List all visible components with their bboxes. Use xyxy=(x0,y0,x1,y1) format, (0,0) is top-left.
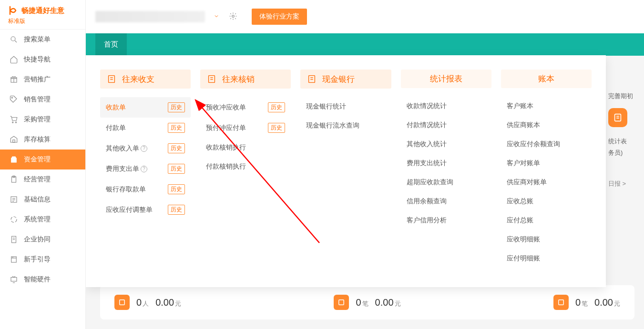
svg-rect-37 xyxy=(559,300,564,305)
menu-label: 现金银行流水查询 xyxy=(306,121,359,130)
svg-rect-7 xyxy=(13,140,15,142)
history-tag[interactable]: 历史 xyxy=(168,184,185,194)
stat-icon xyxy=(553,295,569,310)
tv-icon xyxy=(10,275,18,284)
chevron-down-icon[interactable] xyxy=(214,13,219,20)
nav-label: 搜索菜单 xyxy=(24,35,51,44)
stat-amount: 0.00元 xyxy=(594,297,620,308)
menu-item-0-5[interactable]: 应收应付调整单历史 xyxy=(106,199,185,220)
svg-rect-19 xyxy=(11,257,17,262)
nav-item-0[interactable]: 搜索菜单 xyxy=(0,30,85,50)
menu-label: 供应商账本 xyxy=(507,121,540,130)
menu-item-3-3[interactable]: 费用支出统计 xyxy=(407,154,486,173)
menu-item-4-2[interactable]: 应收应付余额查询 xyxy=(507,135,586,154)
menu-item-3-2[interactable]: 其他收入统计 xyxy=(407,135,486,154)
menu-item-3-6[interactable]: 客户信用分析 xyxy=(407,211,486,230)
menu-item-0-2[interactable]: 其他收入单?历史 xyxy=(106,138,185,159)
nav-label: 资金管理 xyxy=(24,155,51,164)
stat-group-0: 0人0.00元 xyxy=(114,295,181,310)
nav-item-10[interactable]: 企业协同 xyxy=(0,229,85,249)
nav-item-6[interactable]: 资金管理 xyxy=(0,150,85,169)
menu-item-4-4[interactable]: 供应商对账单 xyxy=(507,173,586,192)
menu-item-0-1[interactable]: 付款单历史 xyxy=(106,118,185,138)
menu-item-3-0[interactable]: 收款情况统计 xyxy=(407,97,486,116)
menu-item-0-3[interactable]: 费用支出单?历史 xyxy=(106,159,185,179)
help-floating-icon[interactable] xyxy=(608,108,627,127)
nav-item-4[interactable]: 采购管理 xyxy=(0,110,85,130)
tab-home[interactable]: 首页 xyxy=(95,33,127,56)
daily-report-link[interactable]: 日报 > xyxy=(608,178,644,190)
nav-item-11[interactable]: 新手引导 xyxy=(0,249,85,269)
history-tag[interactable]: 历史 xyxy=(168,102,185,112)
nav-item-9[interactable]: 系统管理 xyxy=(0,209,85,229)
col-header: 往来核销 xyxy=(200,70,291,89)
menu-item-0-4[interactable]: 银行存取款单历史 xyxy=(106,179,185,199)
menu-item-0-0[interactable]: 收款单历史 xyxy=(100,97,191,118)
right-panel-peek: 完善期初 统计表 务员) 日报 > xyxy=(608,90,644,190)
submenu-col-3: 统计报表收款情况统计付款情况统计其他收入统计费用支出统计超期应收款查询信用余额查… xyxy=(401,70,491,268)
col-header: 往来收支 xyxy=(100,70,191,89)
industry-plan-button[interactable]: 体验行业方案 xyxy=(252,9,307,25)
right-text-2b: 务员) xyxy=(608,147,644,159)
header: 体验行业方案 xyxy=(86,0,644,33)
menu-label: 银行存取款单 xyxy=(106,185,146,194)
menu-label: 预付冲应付单 xyxy=(206,124,246,132)
clipboard-icon xyxy=(10,175,18,184)
nav-item-7[interactable]: 经营管理 xyxy=(0,169,85,189)
submenu-col-0: 往来收支收款单历史付款单历史其他收入单?历史费用支出单?历史银行存取款单历史应收… xyxy=(100,70,191,268)
nav-label: 智能硬件 xyxy=(24,275,51,284)
menu-item-4-7[interactable]: 应收明细账 xyxy=(507,230,586,249)
home-icon xyxy=(10,55,18,64)
menu-item-1-3[interactable]: 付款核销执行 xyxy=(206,157,285,176)
menu-item-2-1[interactable]: 现金银行流水查询 xyxy=(306,116,385,135)
help-icon[interactable]: ? xyxy=(141,166,147,172)
history-tag[interactable]: 历史 xyxy=(268,102,285,112)
nav-item-2[interactable]: 营销推广 xyxy=(0,70,85,90)
nav-item-5[interactable]: 库存核算 xyxy=(0,130,85,150)
nav-item-3[interactable]: 销售管理 xyxy=(0,90,85,110)
menu-item-2-0[interactable]: 现金银行统计 xyxy=(306,97,385,116)
history-tag[interactable]: 历史 xyxy=(168,205,185,215)
svg-point-0 xyxy=(11,37,15,41)
history-tag[interactable]: 历史 xyxy=(268,123,285,133)
nav-label: 系统管理 xyxy=(24,215,51,224)
history-tag[interactable]: 历史 xyxy=(168,143,185,153)
nav-item-12[interactable]: 智能硬件 xyxy=(0,269,85,289)
menu-item-3-4[interactable]: 超期应收款查询 xyxy=(407,173,486,192)
menu-label: 付款核销执行 xyxy=(206,162,246,171)
nav-label: 快捷导航 xyxy=(24,55,51,64)
menu-item-4-0[interactable]: 客户账本 xyxy=(507,97,586,116)
help-icon[interactable]: ? xyxy=(141,145,147,152)
nav-item-1[interactable]: 快捷导航 xyxy=(0,50,85,70)
menu-item-1-2[interactable]: 收款核销执行 xyxy=(206,138,285,157)
nav-label: 企业协同 xyxy=(24,235,51,244)
warehouse-icon xyxy=(10,135,18,144)
menu-label: 客户信用分析 xyxy=(407,216,447,225)
menu-label: 收款核销执行 xyxy=(206,143,246,152)
menu-item-3-5[interactable]: 信用余额查询 xyxy=(407,192,486,211)
svg-point-6 xyxy=(15,122,16,123)
menu-item-1-1[interactable]: 预付冲应付单历史 xyxy=(206,118,285,138)
history-tag[interactable]: 历史 xyxy=(168,123,185,133)
menu-label: 超期应收款查询 xyxy=(407,178,453,187)
svg-point-21 xyxy=(12,257,13,258)
menu-item-4-6[interactable]: 应付总账 xyxy=(507,211,586,230)
menu-item-3-1[interactable]: 付款情况统计 xyxy=(407,116,486,135)
nav-label: 营销推广 xyxy=(24,75,51,84)
menu-item-4-3[interactable]: 客户对账单 xyxy=(507,154,586,173)
menu-item-1-0[interactable]: 预收冲应收单历史 xyxy=(206,97,285,118)
gear-icon[interactable] xyxy=(229,12,237,22)
history-tag[interactable]: 历史 xyxy=(168,164,185,174)
stat-count: 0人 xyxy=(136,297,149,308)
menu-item-4-1[interactable]: 供应商账本 xyxy=(507,116,586,135)
stat-group-2: 0笔0.00元 xyxy=(553,295,620,310)
svg-rect-22 xyxy=(11,278,17,281)
stat-amount: 0.00元 xyxy=(375,297,401,308)
menu-item-4-5[interactable]: 应收总账 xyxy=(507,192,586,211)
tabbar: 首页 xyxy=(86,33,644,56)
menu-label: 收款情况统计 xyxy=(407,102,447,110)
nav-label: 库存核算 xyxy=(24,135,51,144)
svg-rect-29 xyxy=(209,76,215,83)
nav-item-8[interactable]: 基础信息 xyxy=(0,189,85,209)
menu-item-4-8[interactable]: 应付明细账 xyxy=(507,249,586,268)
